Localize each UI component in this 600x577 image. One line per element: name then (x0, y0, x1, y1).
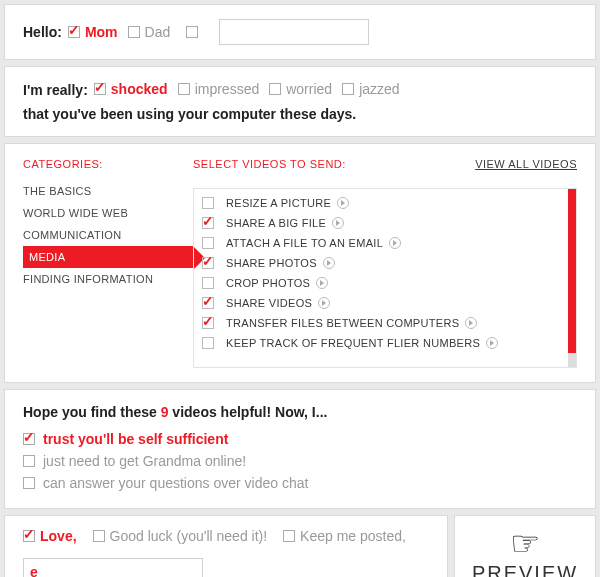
video-title: RESIZE A PICTURE (226, 197, 331, 209)
signoff-option[interactable]: Good luck (you'll need it)! (93, 528, 268, 544)
scrollbar-track-end (568, 353, 576, 367)
closing-label: can answer your questions over video cha… (43, 475, 308, 491)
checkbox-icon[interactable] (202, 217, 214, 229)
videos-column: SELECT VIDEOS TO SEND: VIEW ALL VIDEOS R… (193, 158, 577, 368)
hello-custom-input[interactable] (219, 19, 369, 45)
closing-option[interactable]: just need to get Grandma online! (23, 450, 577, 472)
feeling-option-shocked[interactable]: shocked (94, 81, 168, 97)
category-item[interactable]: MEDIA (23, 246, 193, 268)
video-title: SHARE PHOTOS (226, 257, 317, 269)
feeling-line2: that you've been using your computer the… (23, 106, 577, 122)
checkbox-icon (94, 83, 106, 95)
checkbox-icon (68, 26, 80, 38)
play-icon[interactable] (337, 197, 349, 209)
option-label: impressed (195, 81, 260, 97)
name-input[interactable] (23, 558, 203, 577)
hope-line: Hope you find these 9 videos helpful! No… (23, 404, 577, 420)
signoff-option[interactable]: Love, (23, 528, 77, 544)
video-item[interactable]: ATTACH A FILE TO AN EMAIL (202, 233, 560, 253)
category-item[interactable]: FINDING INFORMATION (23, 268, 193, 290)
video-title: SHARE A BIG FILE (226, 217, 326, 229)
hello-panel: Hello: MomDad (4, 4, 596, 60)
video-item[interactable]: CROP PHOTOS (202, 273, 560, 293)
media-panel: CATEGORIES: THE BASICSWORLD WIDE WEBCOMM… (4, 143, 596, 383)
hope-post: videos helpful! Now, I... (168, 404, 327, 420)
preview-button[interactable]: ☞ PREVIEW (454, 515, 596, 577)
video-item[interactable]: KEEP TRACK OF FREQUENT FLIER NUMBERS (202, 333, 560, 353)
closing-option[interactable]: trust you'll be self sufficient (23, 428, 577, 450)
video-title: TRANSFER FILES BETWEEN COMPUTERS (226, 317, 459, 329)
closing-option[interactable]: can answer your questions over video cha… (23, 472, 577, 494)
video-scrollbar[interactable] (568, 189, 576, 367)
video-item[interactable]: RESIZE A PICTURE (202, 193, 560, 213)
option-label: worried (286, 81, 332, 97)
play-icon[interactable] (323, 257, 335, 269)
play-icon[interactable] (465, 317, 477, 329)
checkbox-icon[interactable] (202, 197, 214, 209)
checkbox-icon (186, 26, 198, 38)
feeling-panel: I'm really: shockedimpressedworriedjazze… (4, 66, 596, 137)
video-list: RESIZE A PICTURESHARE A BIG FILEATTACH A… (193, 188, 577, 368)
checkbox-icon[interactable] (202, 317, 214, 329)
category-item[interactable]: WORLD WIDE WEB (23, 202, 193, 224)
video-title: SHARE VIDEOS (226, 297, 312, 309)
feeling-option-impressed[interactable]: impressed (178, 81, 260, 97)
checkbox-icon (342, 83, 354, 95)
pointing-hand-icon: ☞ (510, 526, 540, 560)
signoff-panel: Love,Good luck (you'll need it)!Keep me … (4, 515, 448, 577)
select-videos-header: SELECT VIDEOS TO SEND: (193, 158, 346, 170)
checkbox-icon[interactable] (202, 237, 214, 249)
hello-option-mom[interactable]: Mom (68, 24, 118, 40)
video-item[interactable]: TRANSFER FILES BETWEEN COMPUTERS (202, 313, 560, 333)
option-label: Dad (145, 24, 171, 40)
feeling-option-jazzed[interactable]: jazzed (342, 81, 399, 97)
category-item[interactable]: THE BASICS (23, 180, 193, 202)
video-item[interactable]: SHARE PHOTOS (202, 253, 560, 273)
video-title: KEEP TRACK OF FREQUENT FLIER NUMBERS (226, 337, 480, 349)
option-label: Mom (85, 24, 118, 40)
signoff-label: Good luck (you'll need it)! (110, 528, 268, 544)
hello-label: Hello: (23, 24, 62, 40)
checkbox-icon (269, 83, 281, 95)
checkbox-icon[interactable] (202, 277, 214, 289)
scrollbar-thumb[interactable] (568, 189, 576, 353)
closing-label: trust you'll be self sufficient (43, 431, 228, 447)
hello-option-custom[interactable] (186, 26, 203, 38)
closing-panel: Hope you find these 9 videos helpful! No… (4, 389, 596, 509)
play-icon[interactable] (332, 217, 344, 229)
checkbox-icon (128, 26, 140, 38)
checkbox-icon[interactable] (202, 297, 214, 309)
view-all-videos-link[interactable]: VIEW ALL VIDEOS (475, 158, 577, 180)
categories-column: CATEGORIES: THE BASICSWORLD WIDE WEBCOMM… (23, 158, 193, 368)
feeling-label: I'm really: (23, 82, 88, 98)
checkbox-icon[interactable] (202, 257, 214, 269)
checkbox-icon (23, 477, 35, 489)
checkbox-icon (23, 433, 35, 445)
hello-option-dad[interactable]: Dad (128, 24, 171, 40)
checkbox-icon (93, 530, 105, 542)
play-icon[interactable] (486, 337, 498, 349)
checkbox-icon (23, 455, 35, 467)
signoff-label: Love, (40, 528, 77, 544)
preview-label: PREVIEW (472, 562, 578, 578)
feeling-option-worried[interactable]: worried (269, 81, 332, 97)
checkbox-icon (178, 83, 190, 95)
checkbox-icon (23, 530, 35, 542)
checkbox-icon[interactable] (202, 337, 214, 349)
video-item[interactable]: SHARE A BIG FILE (202, 213, 560, 233)
play-icon[interactable] (318, 297, 330, 309)
category-item[interactable]: COMMUNICATION (23, 224, 193, 246)
play-icon[interactable] (316, 277, 328, 289)
video-item[interactable]: SHARE VIDEOS (202, 293, 560, 313)
play-icon[interactable] (389, 237, 401, 249)
signoff-label: Keep me posted, (300, 528, 406, 544)
signoff-option[interactable]: Keep me posted, (283, 528, 406, 544)
categories-header: CATEGORIES: (23, 158, 193, 170)
closing-label: just need to get Grandma online! (43, 453, 246, 469)
hope-pre: Hope you find these (23, 404, 161, 420)
option-label: shocked (111, 81, 168, 97)
video-title: CROP PHOTOS (226, 277, 310, 289)
bottom-row: Love,Good luck (you'll need it)!Keep me … (4, 515, 596, 577)
video-title: ATTACH A FILE TO AN EMAIL (226, 237, 383, 249)
option-label: jazzed (359, 81, 399, 97)
